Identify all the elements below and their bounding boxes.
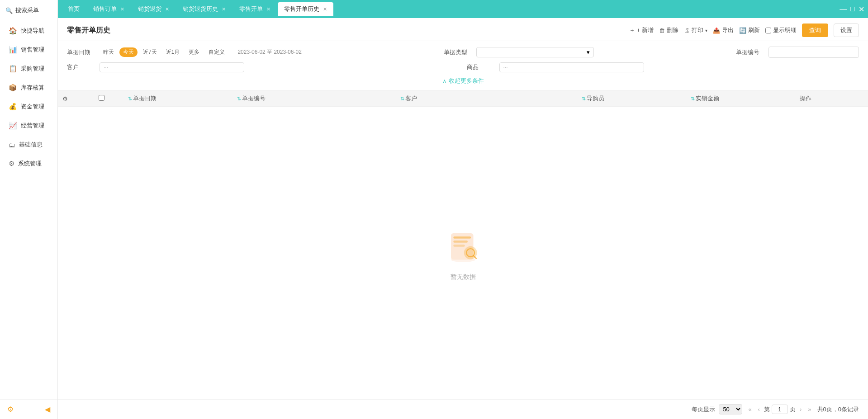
page-title: 零售开单历史 (67, 26, 110, 35)
print-button[interactable]: 🖨 打印 ▾ (684, 26, 707, 34)
settings-button[interactable]: 设置 (834, 24, 859, 37)
tab-label: 首页 (68, 5, 80, 13)
prev-page-button[interactable]: ‹ (756, 405, 762, 414)
tab-销货退货历史[interactable]: 销货退货历史✕ (176, 2, 232, 16)
refresh-button[interactable]: 🔄 刷新 (739, 26, 760, 34)
date-btn-今天[interactable]: 今天 (119, 47, 138, 57)
customer-select[interactable]: ··· (100, 62, 244, 72)
bill-no-input[interactable] (768, 47, 859, 58)
tab-销售订单[interactable]: 销售订单✕ (87, 2, 131, 16)
col-操作: 操作 (795, 91, 868, 107)
date-quick-btns: 昨天今天近7天近1月更多自定义 (100, 47, 228, 57)
sidebar-item-库存核算[interactable]: 📦库存核算 (0, 78, 57, 97)
sidebar-item-销售管理[interactable]: 📊销售管理 (0, 40, 57, 59)
table-settings-col[interactable]: ⚙ (58, 91, 94, 107)
col-单据编号[interactable]: ⇅单据编号 (232, 91, 396, 107)
per-page-select[interactable]: 102050100 (719, 404, 742, 414)
collapse-sidebar-button[interactable]: ◀ (45, 405, 50, 414)
close-window-button[interactable]: ✕ (859, 5, 864, 14)
tab-销货退货[interactable]: 销货退货✕ (132, 2, 175, 16)
add-button[interactable]: ＋ + 新增 (629, 26, 654, 34)
date-btn-近1月[interactable]: 近1月 (162, 47, 184, 57)
filter-row-1: 单据日期 昨天今天近7天近1月更多自定义 2023-06-02 至 2023-0… (67, 47, 859, 58)
query-button[interactable]: 查询 (802, 24, 828, 37)
table-header: ⚙ ⇅单据日期⇅单据编号⇅客户⇅导购员⇅实销金额操作 (58, 91, 868, 107)
tab-close-icon[interactable]: ✕ (323, 6, 327, 12)
sidebar-item-label: 系统管理 (18, 160, 42, 168)
last-page-button[interactable]: » (806, 405, 813, 414)
date-btn-昨天[interactable]: 昨天 (100, 47, 118, 57)
date-filter-label: 单据日期 (67, 48, 92, 56)
customer-dots: ··· (104, 64, 108, 71)
date-btn-近7天[interactable]: 近7天 (139, 47, 161, 57)
sidebar-item-label: 采购管理 (21, 65, 44, 73)
filter-row-2: 客户 ··· 商品 ··· (67, 62, 859, 72)
sidebar-item-label: 销售管理 (21, 46, 44, 54)
next-page-button[interactable]: › (797, 405, 804, 414)
minimize-button[interactable]: — (840, 5, 847, 13)
sidebar-item-icon: 💰 (9, 103, 17, 111)
col-导购员[interactable]: ⇅导购员 (577, 91, 686, 107)
tab-close-icon[interactable]: ✕ (165, 6, 169, 12)
tab-零售开单历史[interactable]: 零售开单历史✕ (278, 2, 333, 16)
sidebar-item-快捷导航[interactable]: 🏠快捷导航 (0, 21, 57, 40)
bill-type-label: 单据类型 (444, 48, 469, 56)
product-select[interactable]: ··· (499, 62, 644, 72)
svg-rect-4 (453, 245, 465, 247)
table-checkbox-col (94, 91, 123, 107)
sort-icon: ⇅ (400, 96, 404, 101)
sidebar-menu: 🏠快捷导航📊销售管理📋采购管理📦库存核算💰资金管理📈经营管理🗂基础信息⚙系统管理 (0, 21, 57, 399)
sort-icon: ⇅ (582, 96, 586, 101)
col-客户[interactable]: ⇅客户 (396, 91, 578, 107)
search-menu-item[interactable]: 🔍 搜索采单 (0, 0, 57, 21)
sidebar-item-icon: 🏠 (9, 27, 17, 35)
tab-label: 销售订单 (93, 5, 117, 13)
empty-text: 暂无数据 (451, 273, 476, 281)
sidebar-item-资金管理[interactable]: 💰资金管理 (0, 97, 57, 116)
sidebar-bottom: ⚙ ◀ (0, 399, 57, 419)
tab-label: 销货退货历史 (183, 5, 218, 13)
collapse-more-conditions[interactable]: ∧ 收起更多条件 (67, 77, 859, 85)
select-all-checkbox[interactable] (99, 95, 104, 101)
empty-state: 暂无数据 (58, 107, 868, 399)
sidebar-item-label: 快捷导航 (21, 27, 44, 35)
print-icon: 🖨 (684, 27, 690, 34)
tab-label: 销货退货 (138, 5, 161, 13)
bill-type-dropdown-icon: ▾ (587, 49, 590, 56)
tab-label: 零售开单 (239, 5, 263, 13)
settings-icon[interactable]: ⚙ (7, 405, 14, 414)
delete-button[interactable]: 🗑 删除 (659, 26, 678, 34)
pagination-bar: 每页显示 102050100 « ‹ 第 页 › » 共0页，0条记录 (58, 399, 868, 419)
sidebar-item-label: 经营管理 (21, 122, 44, 130)
col-实销金额[interactable]: ⇅实销金额 (686, 91, 795, 107)
date-btn-自定义[interactable]: 自定义 (205, 47, 228, 57)
sort-icon: ⇅ (128, 96, 132, 101)
tab-首页[interactable]: 首页 (62, 2, 86, 16)
tab-零售开单[interactable]: 零售开单✕ (233, 2, 277, 16)
sidebar-item-系统管理[interactable]: ⚙系统管理 (0, 154, 57, 173)
sidebar-item-经营管理[interactable]: 📈经营管理 (0, 116, 57, 135)
sidebar-item-icon: 📊 (9, 46, 17, 54)
date-btn-更多[interactable]: 更多 (185, 47, 203, 57)
window-controls: — □ ✕ (840, 5, 864, 14)
bill-type-select[interactable]: ▾ (476, 47, 594, 57)
product-filter-label: 商品 (467, 63, 492, 71)
tab-close-icon[interactable]: ✕ (120, 6, 124, 12)
per-page-label: 每页显示 (692, 405, 715, 414)
col-单据日期[interactable]: ⇅单据日期 (123, 91, 232, 107)
tab-close-icon[interactable]: ✕ (266, 6, 270, 12)
sidebar-item-采购管理[interactable]: 📋采购管理 (0, 59, 57, 78)
sort-icon: ⇅ (691, 96, 695, 101)
tab-close-icon[interactable]: ✕ (222, 6, 226, 12)
display-detail-checkbox[interactable] (765, 28, 771, 33)
page-end-label: 页 (790, 405, 796, 414)
export-button[interactable]: 📤 导出 (713, 26, 734, 34)
first-page-button[interactable]: « (746, 405, 754, 414)
display-detail-checkbox-label[interactable]: 显示明细 (765, 26, 797, 34)
table-wrap: ⚙ ⇅单据日期⇅单据编号⇅客户⇅导购员⇅实销金额操作 (58, 91, 868, 399)
sidebar: 🔍 搜索采单 🏠快捷导航📊销售管理📋采购管理📦库存核算💰资金管理📈经营管理🗂基础… (0, 0, 58, 419)
page-number-input[interactable] (772, 405, 788, 414)
maximize-button[interactable]: □ (850, 5, 855, 13)
sidebar-item-基础信息[interactable]: 🗂基础信息 (0, 135, 57, 154)
sidebar-item-icon: 📈 (9, 122, 17, 130)
